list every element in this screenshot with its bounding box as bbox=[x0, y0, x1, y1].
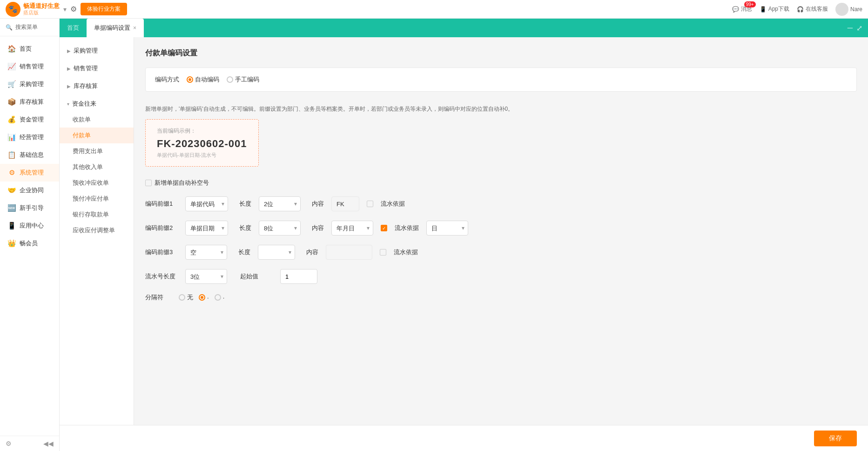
logo: 🐾 畅通道好生意 搭店版 bbox=[6, 2, 60, 17]
settings-icon[interactable]: ⚙ bbox=[70, 5, 77, 13]
sub-sidebar-header-capital[interactable]: ▾ 资金往来 bbox=[60, 96, 134, 112]
purchase-icon: 🛒 bbox=[7, 80, 16, 88]
separator-dot2-circle bbox=[215, 294, 221, 301]
prefix3-length-select-wrapper bbox=[258, 245, 295, 260]
prefix3-length-label: 长度 bbox=[238, 248, 250, 256]
prefix1-length-select-wrapper: 2位 bbox=[259, 196, 301, 211]
sub-sidebar-item-other-income[interactable]: 其他收入单 bbox=[60, 159, 134, 175]
chevron-right-icon: ▶ bbox=[67, 66, 71, 71]
prefix3-content-label: 内容 bbox=[306, 248, 318, 256]
service-icon: 🎧 bbox=[797, 6, 804, 13]
prefix1-length-select[interactable]: 2位 bbox=[259, 196, 301, 211]
tab-expand-btn[interactable]: ⤢ bbox=[856, 24, 862, 33]
sidebar-item-finance[interactable]: 💰 资金管理 bbox=[0, 111, 59, 128]
main-layout: 🔍 搜索菜单 🏠 首页 📈 销售管理 🛒 采购管理 📦 库存核算 💰 bbox=[0, 19, 868, 451]
preview-label: 当前编码示例： bbox=[157, 127, 247, 135]
prefix2-unit-select[interactable]: 日 bbox=[426, 221, 468, 236]
sub-sidebar-group-sales: ▶ 销售管理 bbox=[60, 61, 134, 76]
user-profile[interactable]: Nare bbox=[835, 3, 862, 16]
sub-sidebar-header-sales[interactable]: ▶ 销售管理 bbox=[60, 61, 134, 76]
prefix2-length-select[interactable]: 8位 bbox=[259, 221, 301, 236]
separator-dot-radio[interactable]: · bbox=[199, 294, 209, 301]
sub-sidebar-item-expense[interactable]: 费用支出单 bbox=[60, 143, 134, 159]
online-service-btn[interactable]: 🎧 在线客服 bbox=[797, 5, 828, 13]
prefix1-select[interactable]: 单据代码 bbox=[185, 196, 228, 211]
separator-dot2-radio[interactable]: · bbox=[215, 294, 225, 301]
auto-encode-radio[interactable]: 自动编码 bbox=[187, 75, 219, 84]
radio-dot bbox=[188, 78, 191, 81]
auto-fill-row: 新增单据自动补空号 bbox=[145, 174, 857, 192]
sidebar-search[interactable]: 🔍 搜索菜单 bbox=[0, 19, 59, 36]
prefix1-stream-checkbox[interactable] bbox=[367, 201, 373, 207]
start-value-input[interactable] bbox=[280, 269, 317, 284]
serial-length-select[interactable]: 3位 bbox=[185, 269, 227, 284]
sidebar-item-inventory[interactable]: 📦 库存核算 bbox=[0, 93, 59, 111]
settings-row-1: 编码前缀1 单据代码 长度 2位 内容 FK 流水 bbox=[145, 192, 857, 216]
separator-none-radio[interactable]: 无 bbox=[179, 293, 193, 302]
sub-sidebar-item-bank[interactable]: 银行存取款单 bbox=[60, 207, 134, 222]
app-download-btn[interactable]: 📱 App下载 bbox=[760, 5, 789, 13]
tab-home[interactable]: 首页 bbox=[60, 19, 87, 37]
prefix3-length-select[interactable] bbox=[258, 245, 295, 260]
sub-sidebar-item-prepay-receivable[interactable]: 预收冲应收单 bbox=[60, 175, 134, 191]
sidebar-item-purchase[interactable]: 🛒 采购管理 bbox=[0, 75, 59, 93]
tab-minimize-btn[interactable]: ─ bbox=[848, 24, 853, 32]
finance-icon: 💰 bbox=[7, 115, 16, 124]
sidebar-item-app-center[interactable]: 📱 应用中心 bbox=[0, 217, 59, 235]
prefix3-stream-checkbox[interactable] bbox=[380, 249, 386, 256]
logo-icon: 🐾 bbox=[6, 2, 20, 17]
prefix1-select-wrapper: 单据代码 bbox=[185, 196, 228, 211]
sidebar-item-base-info[interactable]: 📋 基础信息 bbox=[0, 146, 59, 164]
tab-bar-right: ─ ⤢ bbox=[848, 24, 868, 33]
prefix2-unit-select-wrapper: 日 bbox=[426, 221, 468, 236]
sidebar-item-guide[interactable]: 🆕 新手引导 bbox=[0, 199, 59, 217]
auto-fill-checkbox[interactable] bbox=[145, 180, 152, 186]
sub-sidebar-group-capital: ▾ 资金往来 收款单 付款单 费用支出单 其他收入单 bbox=[60, 96, 134, 238]
sub-sidebar-item-payment[interactable]: 付款单 bbox=[60, 128, 134, 143]
prefix1-content-label: 内容 bbox=[312, 200, 324, 208]
prefix3-select[interactable]: 空 bbox=[185, 245, 227, 260]
bottom-collapse-icon[interactable]: ◀◀ bbox=[43, 440, 54, 447]
main-content: 付款单编码设置 编码方式 自动编码 bbox=[134, 37, 868, 425]
sidebar-item-management[interactable]: 📊 经营管理 bbox=[0, 128, 59, 146]
app-center-icon: 📱 bbox=[7, 222, 16, 230]
prefix2-stream-checkbox[interactable]: ✓ bbox=[381, 225, 387, 231]
prefix2-length-label: 长度 bbox=[239, 224, 251, 232]
top-bar: 🐾 畅通道好生意 搭店版 ▾ ⚙ 体验行业方案 💬 消息 99+ 📱 App下载… bbox=[0, 0, 868, 19]
nav-dropdown-arrow[interactable]: ▾ bbox=[63, 6, 67, 13]
prefix3-label: 编码前缀3 bbox=[145, 248, 178, 256]
prefix3-content-value bbox=[326, 245, 372, 260]
sub-sidebar-item-ap-adjust[interactable]: 应收应付调整单 bbox=[60, 222, 134, 238]
encode-method-label: 编码方式 bbox=[155, 75, 179, 84]
serial-length-label: 流水号长度 bbox=[145, 272, 178, 281]
info-text: 新增单据时，'单据编码'自动生成，不可编辑。前缀设置为部门、业务员等档案类。开单… bbox=[145, 99, 857, 119]
sidebar: 🔍 搜索菜单 🏠 首页 📈 销售管理 🛒 采购管理 📦 库存核算 💰 bbox=[0, 19, 60, 451]
sidebar-item-home[interactable]: 🏠 首页 bbox=[0, 40, 59, 58]
manual-encode-radio[interactable]: 手工编码 bbox=[227, 75, 259, 84]
vip-icon: 👑 bbox=[7, 239, 16, 248]
tab-bar: 首页 单据编码设置 × ─ ⤢ bbox=[60, 19, 868, 37]
chevron-down-icon: ▾ bbox=[67, 101, 69, 107]
sidebar-item-system[interactable]: ⚙ 系统管理 bbox=[0, 164, 59, 182]
sub-sidebar-header-inventory[interactable]: ▶ 库存核算 bbox=[60, 78, 134, 94]
bottom-settings-icon[interactable]: ⚙ bbox=[6, 440, 12, 447]
message-btn[interactable]: 💬 消息 99+ bbox=[732, 5, 752, 13]
auto-encode-circle bbox=[187, 76, 193, 83]
sub-sidebar-item-prepay-payable[interactable]: 预付冲应付单 bbox=[60, 191, 134, 207]
home-icon: 🏠 bbox=[7, 45, 16, 53]
tab-close-icon[interactable]: × bbox=[133, 25, 136, 31]
sidebar-nav: 🏠 首页 📈 销售管理 🛒 采购管理 📦 库存核算 💰 资金管理 📊 经 bbox=[0, 36, 59, 436]
right-section: 首页 单据编码设置 × ─ ⤢ ▶ 采购管理 bbox=[60, 19, 868, 451]
prefix2-select[interactable]: 单据日期 bbox=[185, 221, 228, 236]
sidebar-item-vip[interactable]: 👑 畅会员 bbox=[0, 235, 59, 252]
sub-sidebar-item-receipt[interactable]: 收款单 bbox=[60, 112, 134, 128]
sidebar-item-sales[interactable]: 📈 销售管理 bbox=[0, 58, 59, 75]
sidebar-item-enterprise[interactable]: 🤝 企业协同 bbox=[0, 182, 59, 199]
encode-method-card: 编码方式 自动编码 手工编码 bbox=[145, 67, 857, 92]
inventory-icon: 📦 bbox=[7, 98, 16, 106]
tab-encode-settings[interactable]: 单据编码设置 × bbox=[87, 19, 144, 37]
sub-sidebar-header-purchase[interactable]: ▶ 采购管理 bbox=[60, 43, 134, 59]
experience-btn[interactable]: 体验行业方案 bbox=[81, 3, 127, 15]
save-button[interactable]: 保存 bbox=[814, 431, 857, 446]
prefix2-content-select[interactable]: 年月日 bbox=[331, 221, 373, 236]
